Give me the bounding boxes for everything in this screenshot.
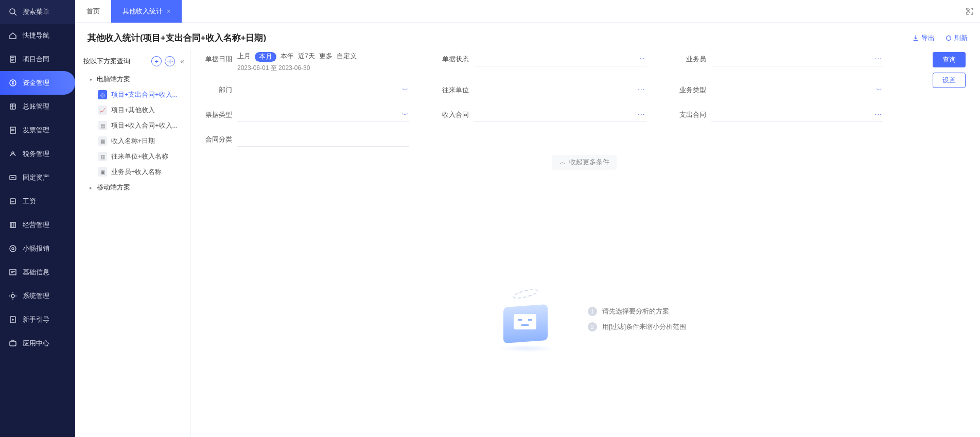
- filter-contractcat-input[interactable]: [237, 132, 409, 147]
- sidebar-item-label: 资金管理: [23, 78, 49, 88]
- scheme-panel: 按以下方案查询 + « ▾电脑端方案◎项目+支出合同+收入...📈项目+其他收入…: [75, 50, 191, 437]
- tree-leaf-label: 项目+支出合同+收入...: [111, 91, 178, 99]
- sidebar-item-14[interactable]: 应用中心: [0, 331, 75, 355]
- sidebar-item-label: 系统管理: [23, 291, 49, 301]
- expense-icon: [8, 244, 18, 253]
- svg-point-13: [12, 319, 13, 320]
- filter-outcontract-input[interactable]: ···: [711, 108, 883, 122]
- ellipsis-icon: ···: [874, 54, 882, 62]
- filter-biztype-input[interactable]: ﹀: [711, 83, 883, 97]
- tree-leaf-0-1[interactable]: 📈项目+其他收入: [83, 102, 184, 118]
- caret-icon: ▾: [90, 77, 97, 82]
- date-tag-0[interactable]: 上月: [237, 52, 251, 62]
- empty-step-1: 1请先选择要分析的方案: [588, 304, 686, 319]
- sidebar-item-7[interactable]: 固定资产: [0, 166, 75, 189]
- svg-rect-12: [10, 317, 15, 323]
- filter-dept-input[interactable]: ﹀: [237, 83, 409, 97]
- svg-point-9: [10, 246, 16, 252]
- close-icon[interactable]: ×: [167, 8, 170, 15]
- svg-point-15: [169, 60, 171, 62]
- tree-leaf-0-4[interactable]: ▥往来单位+收入名称: [83, 149, 184, 164]
- sidebar-item-13[interactable]: 新手引导: [0, 308, 75, 331]
- query-button[interactable]: 查询: [933, 52, 966, 67]
- tree-leaf-label: 项目+收入合同+收入...: [111, 121, 178, 130]
- sidebar-item-label: 项目合同: [23, 55, 49, 64]
- chevron-down-icon: ﹀: [639, 55, 645, 64]
- chevron-up-icon: ︿: [559, 158, 566, 167]
- system-icon: [8, 291, 18, 301]
- refresh-button[interactable]: 刷新: [945, 33, 968, 43]
- sidebar-item-label: 固定资产: [23, 173, 49, 182]
- tax-icon: [8, 149, 18, 159]
- chevron-down-icon: ﹀: [876, 86, 882, 95]
- tree-group-1[interactable]: ▸移动端方案: [83, 180, 184, 195]
- ellipsis-icon: ···: [638, 85, 645, 93]
- sidebar-item-label: 税务管理: [23, 149, 49, 159]
- tree-leaf-0-0[interactable]: ◎项目+支出合同+收入...: [83, 87, 184, 102]
- tree-leaf-0-5[interactable]: ▣业务员+收入名称: [83, 164, 184, 180]
- date-tag-3[interactable]: 近7天: [298, 52, 315, 62]
- sidebar-item-2[interactable]: 项目合同: [0, 47, 75, 71]
- sidebar-item-12[interactable]: 系统管理: [0, 284, 75, 308]
- add-scheme-button[interactable]: +: [151, 56, 162, 66]
- collapse-filters-button[interactable]: ︿ 收起更多条件: [552, 155, 617, 170]
- sidebar-item-9[interactable]: 经营管理: [0, 213, 75, 237]
- sidebar-item-4[interactable]: 总账管理: [0, 95, 75, 118]
- tab-current[interactable]: 其他收入统计 ×: [111, 0, 182, 23]
- filter-incontract-input[interactable]: ···: [474, 108, 646, 122]
- tree-group-label: 电脑端方案: [97, 75, 130, 84]
- date-tag-5[interactable]: 自定义: [337, 52, 357, 62]
- sidebar-item-0[interactable]: 搜索菜单: [0, 0, 75, 24]
- collapse-panel-icon[interactable]: «: [180, 57, 184, 65]
- sidebar-item-label: 基础信息: [23, 268, 49, 277]
- page-title: 其他收入统计(项目+支出合同+收入名称+日期): [87, 32, 266, 44]
- filter-salesman-input[interactable]: ···: [711, 52, 883, 66]
- svg-point-0: [10, 9, 15, 14]
- search-icon: [8, 7, 18, 16]
- sidebar: 搜索菜单快捷导航项目合同资金管理总账管理发票管理税务管理固定资产工资经营管理小畅…: [0, 0, 75, 437]
- salary-icon: [8, 197, 18, 206]
- ledger-icon: [8, 102, 18, 111]
- tab-home[interactable]: 首页: [75, 0, 111, 23]
- asset-icon: [8, 173, 18, 182]
- doc-icon: ▤: [98, 121, 107, 130]
- filter-biztype-label: 业务类型: [677, 83, 711, 95]
- filter-dept-label: 部门: [203, 83, 237, 95]
- svg-rect-8: [10, 222, 15, 228]
- tree-leaf-0-2[interactable]: ▤项目+收入合同+收入...: [83, 118, 184, 133]
- sidebar-item-5[interactable]: 发票管理: [0, 118, 75, 142]
- svg-point-11: [11, 294, 14, 298]
- sidebar-item-11[interactable]: 基础信息: [0, 260, 75, 284]
- sidebar-item-10[interactable]: 小畅报销: [0, 237, 75, 260]
- fullscreen-icon[interactable]: [966, 7, 974, 15]
- sidebar-item-label: 工资: [23, 197, 36, 206]
- sidebar-item-1[interactable]: 快捷导航: [0, 24, 75, 47]
- filter-status-input[interactable]: ﹀: [474, 52, 646, 66]
- info-icon: [8, 268, 18, 277]
- scheme-settings-button[interactable]: [165, 56, 175, 66]
- date-tag-2[interactable]: 本年: [281, 52, 294, 62]
- tree-leaf-0-3[interactable]: ▦收入名称+日期: [83, 133, 184, 149]
- tree-leaf-label: 项目+其他收入: [111, 106, 155, 115]
- guide-icon: [8, 315, 18, 324]
- sidebar-item-6[interactable]: 税务管理: [0, 142, 75, 166]
- sidebar-item-8[interactable]: 工资: [0, 189, 75, 213]
- tree-leaf-label: 收入名称+日期: [111, 137, 155, 146]
- sidebar-item-label: 快捷导航: [23, 31, 49, 40]
- filter-party-input[interactable]: ···: [474, 83, 646, 97]
- tree-leaf-label: 业务员+收入名称: [111, 168, 162, 177]
- date-tag-1[interactable]: 本月: [255, 52, 276, 62]
- filter-incontract-label: 收入合同: [440, 108, 474, 119]
- scheme-title: 按以下方案查询: [83, 57, 130, 66]
- export-button[interactable]: 导出: [912, 33, 935, 43]
- apps-icon: [8, 339, 18, 348]
- filter-contractcat-label: 合同分类: [203, 132, 237, 144]
- tree-group-0[interactable]: ▾电脑端方案: [83, 72, 184, 87]
- filter-tptype-input[interactable]: ﹀: [237, 108, 409, 122]
- main-area: 首页 其他收入统计 × × 其他收入统计(项目+支出合同+收入名称+日期) 导出…: [75, 0, 980, 437]
- tree-group-label: 移动端方案: [97, 183, 130, 192]
- settings-button[interactable]: 设置: [933, 73, 966, 88]
- sidebar-item-3[interactable]: 资金管理: [0, 71, 75, 95]
- filter-party-label: 往来单位: [440, 83, 474, 95]
- date-tag-4[interactable]: 更多: [319, 52, 332, 62]
